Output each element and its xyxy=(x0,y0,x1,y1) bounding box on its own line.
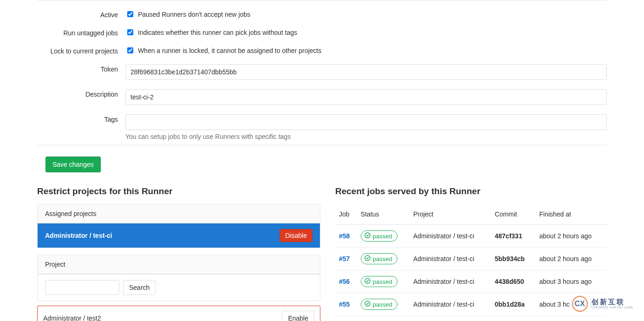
assigned-projects-header: Assigned projects xyxy=(38,204,320,223)
project-search-input[interactable] xyxy=(45,280,119,295)
project-search-panel: Project Search xyxy=(37,255,320,301)
search-button[interactable]: Search xyxy=(123,280,156,295)
job-commit[interactable]: 0bb1d28a xyxy=(495,301,525,308)
table-row: #58passedAdministrator / test-ci487cf331… xyxy=(335,225,607,248)
col-job: Job xyxy=(335,204,357,225)
status-badge[interactable]: passed xyxy=(361,230,397,242)
watermark-logo: CX 创新互联 CHUANG XIN HU LIAN xyxy=(569,294,636,314)
recent-jobs-heading: Recent jobs served by this Runner xyxy=(335,186,607,197)
untagged-label: Run untagged jobs xyxy=(37,28,125,37)
assigned-project-name: Administrator / test-ci xyxy=(45,232,112,239)
description-field[interactable] xyxy=(125,89,607,105)
col-finished: Finished at xyxy=(535,204,607,225)
table-row: #57passedAdministrator / test-ci5bb934cb… xyxy=(335,248,607,270)
save-button[interactable]: Save changes xyxy=(46,157,101,172)
job-link[interactable]: #55 xyxy=(339,301,350,308)
project-result-name: Administrator / test2 xyxy=(43,314,101,321)
job-finished: about 3 hours ago xyxy=(535,270,607,293)
lock-checkbox[interactable] xyxy=(127,47,133,53)
enable-button[interactable]: Enable xyxy=(282,311,314,321)
restrict-heading: Restrict projects for this Runner xyxy=(37,186,320,197)
token-field[interactable] xyxy=(125,64,607,80)
project-result-row: Administrator / test2 Enable xyxy=(37,306,320,321)
job-commit[interactable]: 487cf331 xyxy=(495,232,522,240)
active-help: Paused Runners don't accept new jobs xyxy=(138,11,250,18)
table-row: #55passedAdministrator / test-ci0bb1d28a… xyxy=(335,293,607,316)
tags-hint: You can setup jobs to only use Runners w… xyxy=(125,133,607,140)
check-circle-icon xyxy=(364,255,371,262)
job-finished: about 2 hours ago xyxy=(535,225,607,248)
job-link[interactable]: #57 xyxy=(339,255,350,262)
active-label: Active xyxy=(37,10,125,19)
col-status: Status xyxy=(357,204,410,225)
status-badge[interactable]: passed xyxy=(361,253,397,264)
col-commit: Commit xyxy=(491,204,536,225)
disable-button[interactable]: Disable xyxy=(280,229,312,242)
check-circle-icon xyxy=(364,232,371,240)
lock-help: When a runner is locked, it cannot be as… xyxy=(138,47,321,54)
watermark-mark: CX xyxy=(572,296,588,312)
status-text: passed xyxy=(373,255,392,262)
project-search-header: Project xyxy=(38,255,320,274)
job-project: Administrator / test-ci xyxy=(410,225,491,248)
job-link[interactable]: #58 xyxy=(339,232,350,240)
job-project: Administrator / test-ci xyxy=(410,293,491,316)
assigned-projects-panel: Assigned projects Administrator / test-c… xyxy=(37,204,320,248)
tags-field[interactable] xyxy=(125,114,607,130)
tags-label: Tags xyxy=(37,114,125,123)
status-badge[interactable]: passed xyxy=(361,299,397,310)
job-commit[interactable]: 5bb934cb xyxy=(495,255,525,262)
check-circle-icon xyxy=(364,301,371,308)
token-label: Token xyxy=(37,64,125,73)
job-finished: about 3 h xyxy=(535,316,607,321)
job-link[interactable]: #56 xyxy=(339,278,350,285)
table-row: #54passedAdministrator / test-ciaeadf4e6… xyxy=(335,316,607,321)
active-checkbox[interactable] xyxy=(127,11,133,17)
status-text: passed xyxy=(373,301,392,308)
lock-label: Lock to current projects xyxy=(37,46,125,55)
col-project: Project xyxy=(410,204,491,225)
job-commit[interactable]: 4438d650 xyxy=(495,278,524,285)
status-badge[interactable]: passed xyxy=(361,276,397,287)
status-text: passed xyxy=(373,278,392,285)
description-label: Description xyxy=(37,89,125,98)
assigned-project-row[interactable]: Administrator / test-ci Disable xyxy=(38,223,320,248)
table-row: #56passedAdministrator / test-ci4438d650… xyxy=(335,270,607,293)
untagged-help: Indicates whether this runner can pick j… xyxy=(138,29,297,36)
check-circle-icon xyxy=(364,278,371,285)
recent-jobs-table: Job Status Project Commit Finished at #5… xyxy=(335,204,607,321)
job-finished: about 2 hours ago xyxy=(535,248,607,270)
status-text: passed xyxy=(373,233,392,240)
untagged-checkbox[interactable] xyxy=(127,29,133,35)
job-project: Administrator / test-ci xyxy=(410,316,491,321)
watermark-en: CHUANG XIN HU LIAN xyxy=(592,306,633,309)
watermark-cn: 创新互联 xyxy=(592,298,633,306)
job-project: Administrator / test-ci xyxy=(410,248,491,270)
job-project: Administrator / test-ci xyxy=(410,270,491,293)
